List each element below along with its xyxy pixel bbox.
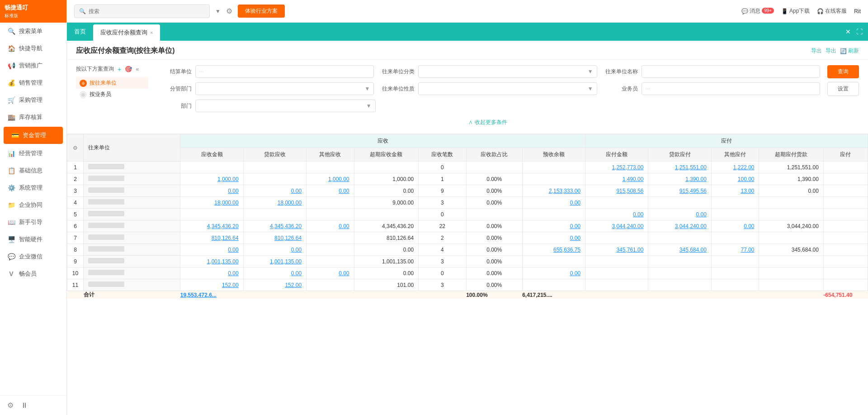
row-loan-pay (648, 256, 711, 267)
filter-field-label: 往来单位名称 (602, 68, 638, 76)
sidebar-item-wechat[interactable]: 💬 企业微信 (0, 248, 66, 265)
row-index: 4 (67, 197, 84, 209)
table-container: ⚙ 往来单位 应收 应付 应收金额 贷款应收 其他应收 超期应收金额 应收笔数 … (67, 134, 868, 415)
scheme-by-salesperson[interactable]: ◎ 按业务员 (76, 89, 148, 100)
tab-close-icon[interactable]: × (150, 30, 153, 35)
tab-home[interactable]: 首页 (67, 23, 93, 41)
row-overdue-pay: 1,251,551.00 (759, 162, 823, 173)
sidebar-item-guide[interactable]: 📖 新手引导 (0, 214, 66, 231)
page-title: 应收应付余额查询(按往来单位) (76, 46, 175, 56)
sidebar-item-label: 快捷导航 (19, 44, 42, 52)
row-overdue-rec: 0.00 (354, 244, 418, 256)
service-area[interactable]: 🎧 在线客服 (817, 7, 847, 15)
purchase-icon: 🛒 (7, 96, 15, 104)
sidebar-item-label: 企业协同 (19, 201, 42, 209)
row-loan-pay (648, 232, 711, 244)
filter-name-input[interactable] (642, 65, 820, 78)
export-button[interactable]: 导出 (811, 47, 822, 55)
row-other-rec (307, 279, 354, 291)
row-loan-rec: 18,000.00 (243, 197, 306, 209)
sidebar-item-quick[interactable]: 🏠 快捷导航 (0, 40, 66, 57)
search-input[interactable] (89, 8, 205, 14)
edit-scheme-icon[interactable]: 🎯 (125, 66, 132, 72)
col-receivable-amount: 应收金额 (180, 148, 243, 162)
filter-row-3: 部门 ▼ (156, 100, 820, 112)
inventory-icon: 🏬 (7, 114, 15, 121)
table-settings-col[interactable]: ⚙ (67, 134, 84, 162)
sidebar-collapse-icon[interactable]: ⏸ (21, 401, 28, 410)
row-overdue-pay: 1,390.00 (759, 173, 823, 185)
sidebar-item-purchase[interactable]: 🛒 采购管理 (0, 91, 66, 109)
scheme-by-partner[interactable]: ⊕ 按往来单位 (76, 77, 148, 89)
sidebar-item-search[interactable]: 🔍 搜索菜单 (0, 23, 66, 40)
row-overdue-pay (759, 256, 823, 267)
row-partner (84, 209, 180, 220)
footer-prepaid: 6,417,215.... (522, 291, 585, 299)
sidebar-item-sales[interactable]: 💰 销售管理 (0, 74, 66, 91)
export-label[interactable]: 导出 (826, 47, 836, 55)
col-partner-header: 往来单位 (84, 134, 180, 162)
row-pay-partial (823, 232, 868, 244)
row-payable: 915,508.56 (585, 185, 648, 197)
topbar-right: 💬 消息 99+ 📱 App下载 🎧 在线客服 Rit (741, 7, 861, 15)
sidebar-item-inventory[interactable]: 🏬 库存核算 (0, 109, 66, 126)
message-area[interactable]: 💬 消息 99+ (741, 7, 774, 15)
sidebar-settings-icon[interactable]: ⚙ (7, 401, 14, 410)
sidebar-item-member[interactable]: V 畅会员 (0, 265, 66, 282)
sidebar-item-marketing[interactable]: 📢 营销推广 (0, 57, 66, 74)
message-badge: 99+ (762, 8, 774, 14)
row-partner (84, 173, 180, 185)
row-payable: 1,252,773.00 (585, 162, 648, 173)
tab-receivable[interactable]: 应收应付余额查询 × (93, 24, 160, 41)
row-count: 3 (419, 256, 467, 267)
footer-receivable[interactable]: 19,553,472,6... (180, 291, 243, 299)
row-partner (84, 256, 180, 267)
query-button[interactable]: 查询 (827, 65, 859, 78)
filter-field-dept: 分管部门 ▼ (156, 82, 374, 95)
gear-icon[interactable]: ⚙ (226, 7, 232, 15)
row-ratio: 0.00% (466, 197, 522, 209)
filter-category-input[interactable]: ▼ (418, 65, 597, 78)
message-icon: 💬 (741, 8, 748, 14)
main-area: 🔍 ▼ ⚙ 体验行业方案 💬 消息 99+ 📱 App下载 🎧 在线客服 Rit (67, 0, 868, 415)
row-other-rec: 0.00 (307, 185, 354, 197)
row-partner (84, 279, 180, 291)
topbar-search-box: 🔍 (74, 5, 210, 18)
filter-dept-input[interactable]: ▼ (195, 82, 374, 95)
window-expand-icon[interactable]: ⛶ (856, 28, 863, 35)
user-name[interactable]: Rit (854, 8, 861, 14)
filter-settlement-input[interactable]: ··· (195, 65, 374, 78)
tab-active-label: 应收应付余额查询 (100, 29, 147, 37)
sidebar-item-basic[interactable]: 📋 基础信息 (0, 162, 66, 179)
search-icon: 🔍 (7, 28, 15, 35)
app-download-area[interactable]: 📱 App下载 (781, 7, 810, 15)
add-scheme-icon[interactable]: + (118, 66, 121, 73)
filter-division-input[interactable]: ▼ (195, 100, 376, 112)
row-receivable (180, 209, 243, 220)
row-other-pay: 13.00 (711, 185, 759, 197)
collapse-scheme-icon[interactable]: « (136, 66, 139, 72)
row-overdue-rec: 1,001,135.00 (354, 256, 418, 267)
sidebar-item-operations[interactable]: 📊 经营管理 (0, 145, 66, 162)
dropdown-icon[interactable]: ▼ (215, 8, 221, 14)
sidebar-item-finance[interactable]: 💳 资金管理 (4, 127, 63, 144)
scheme-icon2: ◎ (80, 91, 87, 98)
sidebar-item-system[interactable]: ⚙️ 系统管理 (0, 179, 66, 196)
row-other-pay (711, 232, 759, 244)
settings-button[interactable]: 设置 (827, 82, 859, 96)
filter-nature-input[interactable]: ▼ (418, 82, 597, 95)
filter-field-salesperson: 业务员 ··· (602, 82, 820, 95)
refresh-button[interactable]: 🔄 刷新 (840, 47, 859, 55)
sidebar-item-hardware[interactable]: 🖥️ 智能硬件 (0, 231, 66, 248)
window-close-icon[interactable]: ✕ (845, 28, 851, 35)
trial-button[interactable]: 体验行业方案 (238, 5, 285, 18)
col-loan-receivable: 贷款应收 (243, 148, 306, 162)
row-ratio: 0.00% (466, 173, 522, 185)
row-loan-pay: 915,495.56 (648, 185, 711, 197)
sidebar-item-label: 库存核算 (19, 113, 42, 121)
filter-salesperson-input[interactable]: ··· (642, 82, 820, 95)
collapse-bar[interactable]: ∧ 收起更多条件 (156, 117, 820, 128)
page-actions: 导出 导出 🔄 刷新 (811, 47, 859, 55)
scheme-label2: 按业务员 (90, 91, 111, 98)
sidebar-item-enterprise[interactable]: 📁 企业协同 (0, 196, 66, 214)
